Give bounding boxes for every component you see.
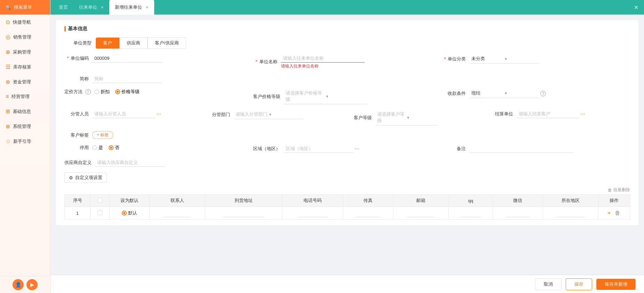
home-icon: ⊙ <box>6 19 10 25</box>
sidebar-item-sales[interactable]: ◎ 销售管理 <box>0 30 50 44</box>
tab-partner-list[interactable]: 往来单位 ✕ <box>73 0 109 15</box>
customer-level-select[interactable]: 请选择客户等级 ▼ <box>375 110 438 125</box>
row-contact-input[interactable] <box>163 209 191 217</box>
close-all-tabs[interactable]: ✕ <box>631 4 641 11</box>
abbr-input[interactable] <box>92 75 162 83</box>
custom-settings-btn[interactable]: ⚙ 自定义项设置 <box>64 172 107 183</box>
pricing-radio-group: 折扣 价格等级 <box>94 89 140 95</box>
grade-label: 价格等级 <box>121 89 140 95</box>
row-checkbox[interactable] <box>97 210 102 215</box>
disable-no-radio[interactable]: 否 <box>109 145 119 151</box>
remark-label: 备注 <box>441 146 469 152</box>
sidebar-item-basic-info[interactable]: ⊞ 基础信息 <box>0 104 50 119</box>
dept-select[interactable]: 请输入分管部门 ▼ <box>234 110 303 119</box>
row-fax-input[interactable] <box>356 209 380 217</box>
tab-new-partner[interactable]: 新增往来单位 ✕ <box>109 0 154 15</box>
unit-code-input[interactable] <box>92 54 162 63</box>
supervisor-input[interactable] <box>92 110 155 118</box>
field-settlement-unit: 结算单位 ··· <box>489 110 630 118</box>
row-location-cell <box>543 207 598 220</box>
field-supervisor: 分管人员 ··· <box>64 110 206 118</box>
unit-name-input-box: 请输入往来单位名称 <box>281 54 442 69</box>
tab-partner-list-label: 往来单位 <box>79 4 97 10</box>
select-all-checkbox[interactable] <box>97 198 102 203</box>
col-checkbox <box>91 195 110 207</box>
field-customer-level: 客户等级 请选择客户等级 ▼ <box>347 110 489 125</box>
sidebar-item-system[interactable]: ⊗ 系统管理 <box>0 119 50 134</box>
sidebar-item-label: 系统管理 <box>13 123 31 130</box>
unit-name-label: * 单位名称 <box>253 59 281 65</box>
tab-new-partner-close[interactable]: ✕ <box>146 5 149 10</box>
row-location-input[interactable] <box>557 209 584 217</box>
payment-terms-select[interactable]: 现结 ▼ <box>469 89 539 98</box>
required-star: * <box>67 56 69 61</box>
row-contact-cell <box>150 207 205 220</box>
type-btn-customer[interactable]: 客户 <box>96 38 119 49</box>
table-header-row: 序号 设为默认 联系人 到货地址 电话号码 传真 邮箱 qq 微信 所在地区 操… <box>65 195 630 207</box>
row-phone-input[interactable] <box>297 209 328 217</box>
type-btn-supplier[interactable]: 供应商 <box>119 38 148 49</box>
remark-input[interactable] <box>469 145 574 153</box>
supplier-custom-input[interactable] <box>95 158 165 167</box>
sidebar-item-purchase[interactable]: ⊕ 采购管理 <box>0 44 50 59</box>
sidebar-item-operation[interactable]: ≡ 经营管理 <box>0 89 50 104</box>
cancel-button[interactable]: 取消 <box>535 278 561 290</box>
batch-delete-btn[interactable]: 🗑 批量删除 <box>64 187 630 193</box>
del-row-btn[interactable]: 🗑 <box>615 210 620 216</box>
col-email: 邮箱 <box>393 195 448 207</box>
row-wechat-input[interactable] <box>505 209 530 217</box>
settlement-more-btn[interactable]: ··· <box>579 111 587 117</box>
sidebar-item-newuser[interactable]: ☆ 新手引导 <box>0 134 50 149</box>
row-qq-input[interactable] <box>460 209 481 217</box>
unit-type-label: 单位类型 <box>64 40 96 46</box>
sidebar-item-label: 经营管理 <box>11 93 30 100</box>
basic-info-card: 基本信息 单位类型 客户 供应商 客户/供应商 * 单位编码 <box>56 20 638 225</box>
tab-home[interactable]: 首页 <box>53 0 73 15</box>
custom-settings-label: 自定义项设置 <box>75 174 102 181</box>
row-checkbox-cell <box>91 207 110 220</box>
pricing-help-icon[interactable]: ? <box>85 89 91 95</box>
region-input[interactable] <box>284 145 353 153</box>
content-area: 基本信息 单位类型 客户 供应商 客户/供应商 * 单位编码 <box>50 15 644 275</box>
unit-name-input[interactable] <box>281 54 364 63</box>
payment-terms-label: 收款条件 <box>441 90 469 97</box>
save-button[interactable]: 保存 <box>566 278 592 290</box>
col-action: 操作 <box>598 195 630 207</box>
row-email-input[interactable] <box>407 209 435 217</box>
tab-new-partner-label: 新增往来单位 <box>115 4 142 10</box>
save-new-button[interactable]: 保存并新增 <box>596 279 636 290</box>
user-avatar[interactable]: 👤 <box>13 279 24 290</box>
field-payment-terms: 收款条件 现结 ▼ ? <box>441 89 630 98</box>
tab-partner-list-close[interactable]: ✕ <box>101 5 104 10</box>
sidebar-item-quick-nav[interactable]: ⊙ 快捷导航 <box>0 15 50 30</box>
supervisor-more-btn[interactable]: ··· <box>155 111 162 117</box>
row-phone-cell <box>282 207 343 220</box>
basic-info-icon: ⊞ <box>6 108 10 115</box>
row-default-radio[interactable]: 默认 <box>113 210 146 216</box>
add-row-btn[interactable]: + <box>607 210 611 216</box>
region-wrapper: ··· <box>284 145 442 153</box>
expand-icon[interactable]: ▶ <box>26 279 38 290</box>
region-more-btn[interactable]: ··· <box>353 146 361 152</box>
unit-category-select[interactable]: 未分类 ▼ <box>469 54 539 64</box>
disable-label: 停用 <box>64 145 92 151</box>
pricing-method-label: 定价方法 ? <box>64 89 94 95</box>
col-contact: 联系人 <box>150 195 205 207</box>
row-address-input[interactable] <box>223 209 265 217</box>
pricing-discount-radio[interactable]: 折扣 <box>94 89 110 95</box>
sidebar-item-label: 快捷导航 <box>13 19 31 25</box>
col-location: 所在地区 <box>543 195 598 207</box>
payment-help-icon[interactable]: ? <box>540 91 546 96</box>
col-default: 设为默认 <box>110 195 150 207</box>
add-tag-btn[interactable]: + 标签 <box>92 131 113 139</box>
disable-yes-radio[interactable]: 是 <box>92 145 103 151</box>
type-btn-both[interactable]: 客户/供应商 <box>148 38 186 49</box>
sidebar-search[interactable]: 🔍 搜索菜单 <box>0 0 50 15</box>
pricing-grade-radio[interactable]: 价格等级 <box>115 89 140 95</box>
sidebar-item-finance[interactable]: ⊛ 资金管理 <box>0 74 50 89</box>
batch-delete-label: 批量删除 <box>613 187 630 193</box>
settlement-unit-input[interactable] <box>517 110 579 118</box>
sidebar-item-inventory[interactable]: ☰ 库存核算 <box>0 59 50 74</box>
sidebar-item-label: 销售管理 <box>13 34 31 40</box>
customer-price-level-select[interactable]: 请选择客户价格等级 ▼ <box>284 89 367 104</box>
